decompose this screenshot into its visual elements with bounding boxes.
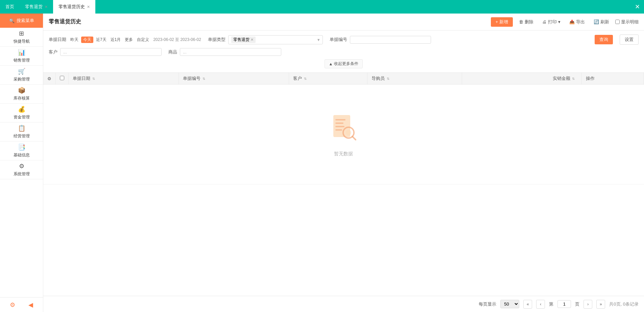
- export-button[interactable]: 📤 导出: [567, 18, 588, 26]
- doc-type-filter: 单据类型 零售退货 ✕ ▾: [208, 35, 323, 44]
- doc-type-select[interactable]: 零售退货 ✕ ▾: [228, 35, 323, 44]
- delete-label: 删除: [525, 19, 533, 25]
- table-body: 暂无数据: [43, 85, 644, 184]
- window-close-button[interactable]: ✕: [630, 0, 644, 14]
- svg-rect-3: [335, 126, 344, 127]
- more-btn[interactable]: 更多: [123, 37, 134, 43]
- query-button[interactable]: 查询: [595, 35, 613, 44]
- tab-retail-return-history[interactable]: 零售退货历史 ✕: [53, 0, 95, 14]
- empty-state-cell: 暂无数据: [43, 85, 644, 184]
- page-label-after: 页: [575, 301, 579, 307]
- sidebar-item-sales[interactable]: 📊 销售管理: [0, 47, 43, 66]
- th-guide[interactable]: 导购员 ⇅: [367, 73, 462, 85]
- tab-retail-return-history-close[interactable]: ✕: [87, 5, 90, 9]
- sidebar-item-finance-label: 资金管理: [14, 114, 30, 120]
- yesterday-btn[interactable]: 昨天: [69, 37, 80, 43]
- delete-button[interactable]: 🗑 删除: [516, 18, 536, 26]
- page-header: 零售退货历史 + 新增 🗑 删除 🖨 打印 ▾ 📤 导出 🔄: [43, 14, 644, 30]
- doc-number-input[interactable]: [350, 36, 431, 44]
- select-all-checkbox[interactable]: [60, 76, 64, 80]
- sidebar-item-basic-info[interactable]: 📑 基础信息: [0, 141, 43, 160]
- quick-nav-icon: ⊞: [19, 30, 24, 37]
- header-actions: + 新增 🗑 删除 🖨 打印 ▾ 📤 导出 🔄 刷新: [491, 17, 639, 27]
- sidebar-item-operations-label: 经营管理: [14, 133, 30, 139]
- sidebar-item-sales-label: 销售管理: [14, 58, 30, 63]
- sidebar: 🔍 搜索菜单 ⊞ 快捷导航 📊 销售管理 🛒 采购管理 📦 库存核算 💰 资金管…: [0, 14, 43, 312]
- tab-retail-return-label: 零售退货: [25, 4, 43, 10]
- print-button[interactable]: 🖨 打印 ▾: [540, 18, 563, 26]
- th-doc-number[interactable]: 单据编号 ⇅: [179, 73, 289, 85]
- tab-retail-return[interactable]: 零售退货 ✕: [20, 0, 53, 14]
- next-page-button[interactable]: ›: [583, 300, 592, 309]
- th-doc-date[interactable]: 单据日期 ⇅: [69, 73, 179, 85]
- page-title: 零售退货历史: [49, 18, 81, 25]
- prev-page-button[interactable]: ‹: [536, 300, 545, 309]
- th-actions-label: 操作: [586, 76, 595, 81]
- doc-number-filter: 单据编号: [330, 36, 431, 44]
- goods-filter-label: 商品: [168, 49, 177, 55]
- sidebar-item-quick-nav[interactable]: ⊞ 快捷导航: [0, 28, 43, 47]
- th-amount[interactable]: 实销金额 ⇅: [462, 73, 582, 85]
- main-layout: 🔍 搜索菜单 ⊞ 快捷导航 📊 销售管理 🛒 采购管理 📦 库存核算 💰 资金管…: [0, 14, 644, 312]
- total-info: 共0页, 0条记录: [609, 301, 639, 307]
- collapse-sidebar-icon[interactable]: ◀: [28, 301, 33, 309]
- refresh-button[interactable]: 🔄 刷新: [591, 18, 612, 26]
- filter-area: 单据日期 昨天 今天 近7天 近1月 更多 自定义 2023-06-02 至 2…: [43, 30, 644, 73]
- week-btn[interactable]: 近7天: [95, 37, 108, 43]
- pagination-bar: 每页显示 20 50 100 « ‹ 第 页 › » 共0页, 0条记录: [43, 296, 644, 312]
- display-detail-input[interactable]: [615, 20, 620, 24]
- doc-type-label: 单据类型: [208, 37, 225, 43]
- doc-type-tag-close[interactable]: ✕: [251, 38, 254, 42]
- th-customer[interactable]: 客户 ⇅: [289, 73, 367, 85]
- th-settings[interactable]: ⚙: [43, 73, 56, 85]
- customer-placeholder: ...: [63, 49, 67, 54]
- refresh-label: 刷新: [600, 19, 609, 25]
- sidebar-item-inventory-label: 库存核算: [14, 95, 30, 101]
- settings-button[interactable]: 设置: [620, 35, 639, 45]
- sidebar-search[interactable]: 🔍 搜索菜单: [0, 14, 43, 28]
- content-area: 零售退货历史 + 新增 🗑 删除 🖨 打印 ▾ 📤 导出 🔄: [43, 14, 644, 312]
- tab-home[interactable]: 首页: [0, 0, 20, 14]
- page-number-input[interactable]: [557, 300, 571, 308]
- table-area: ⚙ 单据日期 ⇅ 单据编号 ⇅ 客户 ⇅: [43, 73, 644, 296]
- th-checkbox[interactable]: [56, 73, 69, 85]
- settings-footer-icon[interactable]: ⚙: [10, 301, 15, 309]
- export-icon: 📤: [569, 19, 575, 24]
- display-detail-checkbox[interactable]: 显示明细: [615, 19, 639, 25]
- tab-retail-return-close[interactable]: ✕: [45, 5, 48, 9]
- today-btn[interactable]: 今天: [81, 37, 93, 43]
- delete-icon: 🗑: [519, 19, 523, 24]
- refresh-icon: 🔄: [594, 19, 599, 24]
- collapse-label: 收起更多条件: [334, 61, 358, 67]
- tab-home-label: 首页: [5, 4, 14, 10]
- sidebar-item-system[interactable]: ⚙ 系统管理: [0, 160, 43, 179]
- sidebar-item-operations[interactable]: 📋 经营管理: [0, 122, 43, 141]
- page-size-select[interactable]: 20 50 100: [500, 300, 519, 308]
- customer-select[interactable]: ...: [60, 48, 162, 56]
- sort-doc-number-icon: ⇅: [202, 77, 205, 81]
- doc-type-tag: 零售退货 ✕: [231, 37, 256, 43]
- doc-type-dropdown-icon: ▾: [317, 37, 320, 42]
- search-icon: 🔍: [9, 18, 15, 23]
- month-btn[interactable]: 近1月: [109, 37, 122, 43]
- sidebar-item-system-label: 系统管理: [14, 171, 30, 177]
- svg-rect-4: [335, 129, 342, 131]
- new-button[interactable]: + 新增: [491, 17, 513, 27]
- sidebar-item-quick-nav-label: 快捷导航: [14, 39, 30, 44]
- sidebar-item-inventory[interactable]: 📦 库存核算: [0, 85, 43, 104]
- sales-icon: 📊: [18, 49, 25, 56]
- operations-icon: 📋: [18, 125, 25, 132]
- svg-line-6: [352, 136, 356, 140]
- first-page-button[interactable]: «: [523, 300, 532, 309]
- date-filter: 单据日期 昨天 今天 近7天 近1月 更多 自定义 2023-06-02 至 2…: [49, 37, 201, 43]
- svg-rect-2: [335, 122, 343, 124]
- collapse-filter-button[interactable]: ▲ 收起更多条件: [325, 59, 363, 68]
- sidebar-item-finance[interactable]: 💰 资金管理: [0, 104, 43, 122]
- last-page-button[interactable]: »: [596, 300, 605, 309]
- custom-btn[interactable]: 自定义: [136, 37, 150, 43]
- page-size-label: 每页显示: [479, 301, 496, 307]
- goods-select[interactable]: ...: [180, 48, 281, 56]
- tab-retail-return-history-label: 零售退货历史: [58, 4, 85, 10]
- sidebar-item-purchase[interactable]: 🛒 采购管理: [0, 66, 43, 85]
- sidebar-footer: ⚙ ◀: [0, 297, 43, 312]
